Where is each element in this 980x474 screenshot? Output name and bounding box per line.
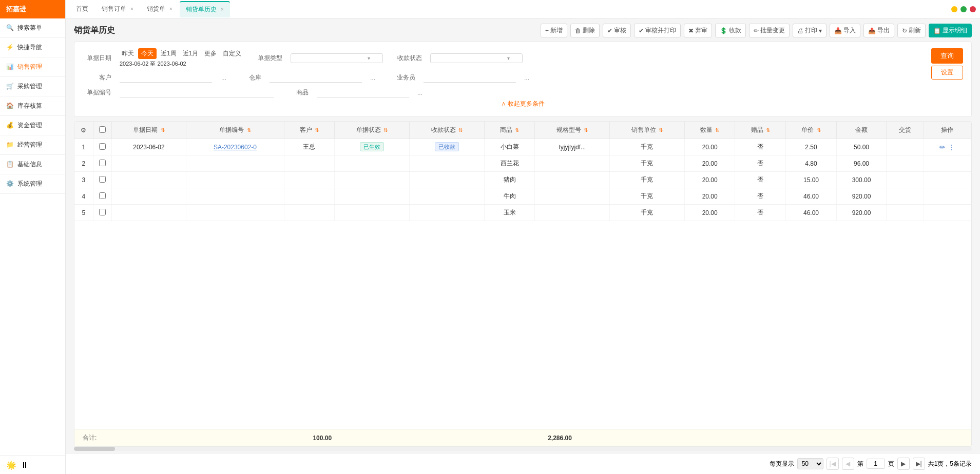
goods-more[interactable]: ... [417, 89, 422, 96]
abandon-button[interactable]: ✖ 弃审 [684, 24, 712, 37]
warehouse-input[interactable] [270, 73, 362, 83]
date-tab-yesterday[interactable]: 昨天 [120, 48, 136, 59]
sidebar-item-search-menu[interactable]: 🔍 搜索菜单 [0, 18, 65, 38]
cell-action[interactable] [924, 155, 971, 172]
more-action[interactable]: ⋮ [948, 143, 955, 151]
warehouse-more[interactable]: ... [370, 74, 375, 82]
col-doc-status[interactable]: 单据状态 ⇅ [335, 122, 410, 139]
sidebar-item-finance[interactable]: 💰 资金管理 [0, 116, 65, 135]
sidebar-item-sales-mgmt[interactable]: 📊 销售管理 [0, 57, 65, 77]
batch-change-button[interactable]: ✏ 批量变更 [749, 24, 790, 37]
window-close[interactable] [970, 6, 976, 12]
cell-doc-no[interactable] [186, 155, 284, 172]
sidebar-bottom-icon1[interactable]: 🌟 [6, 460, 16, 470]
cell-doc-no[interactable]: SA-20230602-0 [186, 139, 284, 155]
col-checkbox[interactable] [93, 122, 111, 139]
cell-checkbox[interactable] [93, 155, 111, 172]
date-tab-month[interactable]: 近1月 [181, 48, 201, 59]
horizontal-scrollbar[interactable] [74, 447, 972, 451]
query-button[interactable]: 查询 [931, 48, 963, 64]
window-minimize[interactable] [951, 6, 957, 12]
cell-doc-no[interactable] [186, 188, 284, 205]
sidebar-item-operations[interactable]: 📁 经营管理 [0, 135, 65, 155]
tab-sales-history[interactable]: 销货单历史 × [180, 1, 230, 17]
doc-no-input[interactable] [120, 88, 274, 97]
page-next-button[interactable]: ▶ [897, 458, 910, 470]
cell-action[interactable] [924, 205, 971, 221]
date-tab-today[interactable]: 今天 [138, 48, 157, 59]
row-checkbox[interactable] [99, 160, 106, 166]
cell-action[interactable]: ✏⋮ [924, 139, 971, 155]
cell-checkbox[interactable] [93, 172, 111, 188]
row-checkbox[interactable] [99, 209, 106, 215]
tab-sales-delivery-close[interactable]: × [169, 6, 172, 12]
page-number-input[interactable] [867, 459, 885, 469]
cell-action[interactable] [924, 188, 971, 205]
col-doc-no[interactable]: 单据编号 ⇅ [186, 122, 284, 139]
scrollbar-thumb[interactable] [74, 447, 115, 451]
cell-action[interactable] [924, 172, 971, 188]
edit-action[interactable]: ✏ [939, 143, 946, 151]
col-collect-status[interactable]: 收款状态 ⇅ [409, 122, 484, 139]
col-settings[interactable]: ⚙ [74, 122, 93, 139]
col-doc-date[interactable]: 单据日期 ⇅ [111, 122, 186, 139]
select-all-checkbox[interactable] [99, 126, 106, 133]
audit-print-button[interactable]: ✔ 审核并打印 [634, 24, 681, 37]
col-gift[interactable]: 赠品 ⇅ [735, 122, 786, 139]
window-maximize[interactable] [960, 6, 967, 12]
row-checkbox[interactable] [99, 143, 106, 150]
sidebar-item-quick-nav[interactable]: ⚡ 快捷导航 [0, 38, 65, 57]
tab-sales-order[interactable]: 销售订单 × [95, 1, 140, 17]
doc-no-link[interactable]: SA-20230602-0 [214, 144, 257, 151]
sidebar-item-basic-info[interactable]: 📋 基础信息 [0, 155, 65, 174]
tab-sales-history-close[interactable]: × [221, 7, 224, 12]
page-prev-button[interactable]: ◀ [842, 458, 854, 470]
tab-sales-order-close[interactable]: × [130, 6, 133, 12]
show-detail-button[interactable]: 📋 显示明细 [929, 24, 972, 37]
collapse-filter[interactable]: ∧ 收起更多条件 [83, 97, 963, 110]
staff-more[interactable]: ... [524, 74, 529, 82]
audit-button[interactable]: ✔ 审核 [603, 24, 631, 37]
row-checkbox[interactable] [99, 192, 106, 199]
row-checkbox[interactable] [99, 176, 106, 183]
page-first-button[interactable]: |◀ [827, 458, 839, 470]
print-button[interactable]: 🖨 打印 ▾ [793, 24, 827, 37]
import-button[interactable]: 📥 导入 [830, 24, 860, 37]
col-customer[interactable]: 客户 ⇅ [284, 122, 335, 139]
staff-input[interactable] [424, 73, 516, 83]
col-goods[interactable]: 商品 ⇅ [484, 122, 535, 139]
cell-checkbox[interactable] [93, 188, 111, 205]
collect-button[interactable]: 💲 收款 [715, 24, 746, 37]
date-tab-more[interactable]: 更多 [202, 48, 219, 59]
collect-status-select[interactable]: ▾ [430, 53, 523, 63]
new-button[interactable]: + 新增 [541, 24, 567, 37]
tab-sales-delivery[interactable]: 销货单 × [141, 1, 179, 17]
col-spec[interactable]: 规格型号 ⇅ [535, 122, 610, 139]
customer-input[interactable] [120, 73, 212, 83]
sidebar-bottom-icon2[interactable]: ⏸ [21, 461, 29, 470]
col-unit[interactable]: 销售单位 ⇅ [610, 122, 685, 139]
goods-input[interactable] [317, 88, 409, 97]
customer-more[interactable]: ... [221, 74, 226, 82]
sidebar-item-purchase-mgmt[interactable]: 🛒 采购管理 [0, 77, 65, 96]
cell-doc-no[interactable] [186, 172, 284, 188]
date-tab-custom[interactable]: 自定义 [221, 48, 243, 59]
cell-checkbox[interactable] [93, 205, 111, 221]
tab-home[interactable]: 首页 [70, 1, 94, 17]
col-price[interactable]: 单价 ⇅ [786, 122, 837, 139]
cell-checkbox[interactable] [93, 139, 111, 155]
page-size-select[interactable]: 50 100 200 [797, 458, 823, 469]
settings-gear-icon[interactable]: ⚙ [81, 127, 86, 134]
sidebar-item-inventory[interactable]: 🏠 库存核算 [0, 96, 65, 116]
table-scroll[interactable]: ⚙ 单据日期 ⇅ 单据编号 ⇅ [74, 122, 971, 429]
col-qty[interactable]: 数量 ⇅ [684, 122, 735, 139]
sidebar-item-system[interactable]: ⚙️ 系统管理 [0, 174, 65, 194]
refresh-button[interactable]: ↻ 刷新 [897, 24, 926, 37]
export-button[interactable]: 📤 导出 [863, 24, 894, 37]
delete-button[interactable]: 🗑 删除 [570, 24, 600, 37]
page-last-button[interactable]: ▶| [913, 458, 925, 470]
date-tab-week[interactable]: 近1周 [159, 48, 179, 59]
doc-type-select[interactable]: ▾ [291, 53, 383, 63]
cell-doc-no[interactable] [186, 205, 284, 221]
setup-button[interactable]: 设置 [931, 66, 963, 80]
